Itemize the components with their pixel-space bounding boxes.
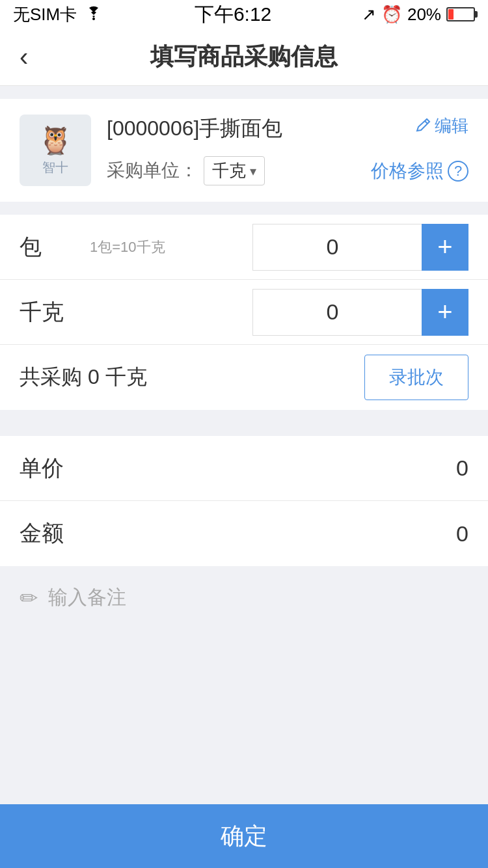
svg-line-1 — [425, 121, 427, 124]
package-label: 包 — [20, 232, 85, 262]
remark-input-row: ✏ 输入备注 — [20, 584, 468, 611]
product-thumb-text: 智十 — [42, 159, 68, 176]
divider-2 — [0, 410, 488, 423]
gps-icon: ↗ — [362, 5, 376, 25]
product-header: [0000006]手撕面包 编辑 — [107, 115, 468, 143]
status-left: 无SIM卡 — [13, 3, 104, 26]
unit-price-row: 单价 0 — [0, 436, 488, 501]
pencil-icon: ✏ — [20, 585, 38, 611]
svg-point-0 — [92, 18, 95, 20]
package-sublabel: 1包=10千克 — [90, 237, 252, 257]
wifi-icon — [83, 5, 104, 25]
unit-price-label: 单价 — [20, 454, 64, 483]
status-bar: 无SIM卡 下午6:12 ↗ ⏰ 20% — [0, 0, 488, 29]
package-row: 包 1包=10千克 + — [0, 215, 488, 280]
battery-percent: 20% — [407, 5, 441, 25]
amount-label: 金额 — [20, 519, 64, 549]
price-ref-button[interactable]: 价格参照 ? — [371, 159, 468, 183]
product-name: [0000006]手撕面包 — [107, 115, 282, 143]
unit-select[interactable]: 千克 ▾ — [204, 156, 265, 185]
product-card: 🦉 智十 [0000006]手撕面包 编辑 采购单位： 千克 — [0, 99, 488, 202]
package-input-group: + — [252, 224, 468, 271]
unit-label-row: 采购单位： 千克 ▾ — [107, 156, 265, 185]
spacer — [0, 631, 488, 826]
product-unit-row: 采购单位： 千克 ▾ 价格参照 ? — [107, 156, 468, 185]
summary-row: 共采购 0 千克 录批次 — [0, 345, 488, 410]
kilogram-plus-button[interactable]: + — [422, 289, 468, 336]
product-info: [0000006]手撕面包 编辑 采购单位： 千克 ▾ — [107, 115, 468, 185]
status-time: 下午6:12 — [195, 1, 271, 28]
info-section: 单价 0 金额 0 — [0, 436, 488, 566]
price-ref-label: 价格参照 — [371, 159, 444, 183]
confirm-button[interactable]: 确定 — [0, 804, 488, 868]
amount-value: 0 — [456, 521, 468, 547]
alarm-icon: ⏰ — [381, 5, 402, 25]
input-section: 包 1包=10千克 + 千克 + 共采购 0 千克 — [0, 215, 488, 410]
page-title: 填写商品采购信息 — [150, 41, 338, 73]
package-plus-button[interactable]: + — [422, 224, 468, 271]
kilogram-label: 千克 — [20, 297, 85, 327]
remark-placeholder: 输入备注 — [48, 584, 126, 611]
kilogram-row: 千克 + — [0, 280, 488, 345]
summary-text: 共采购 0 千克 — [20, 363, 147, 392]
unit-value: 千克 — [212, 159, 246, 182]
package-input[interactable] — [252, 224, 422, 271]
unit-price-value: 0 — [456, 455, 468, 481]
product-thumb-icon: 🦉 — [38, 124, 72, 156]
dropdown-arrow-icon: ▾ — [250, 163, 256, 179]
divider-1 — [0, 202, 488, 215]
unit-label: 采购单位： — [107, 160, 198, 180]
batch-button[interactable]: 录批次 — [364, 355, 468, 400]
amount-row: 金额 0 — [0, 501, 488, 566]
edit-button[interactable]: 编辑 — [415, 115, 468, 137]
kilogram-input[interactable] — [252, 289, 422, 336]
product-thumbnail: 🦉 智十 — [20, 115, 91, 186]
remark-section[interactable]: ✏ 输入备注 — [0, 566, 488, 631]
back-button[interactable]: ‹ — [20, 42, 28, 72]
help-icon: ? — [448, 161, 468, 182]
carrier-label: 无SIM卡 — [13, 3, 77, 26]
kilogram-input-group: + — [252, 289, 468, 336]
status-right: ↗ ⏰ 20% — [362, 5, 475, 25]
nav-bar: ‹ 填写商品采购信息 — [0, 29, 488, 86]
battery-icon — [446, 7, 475, 21]
